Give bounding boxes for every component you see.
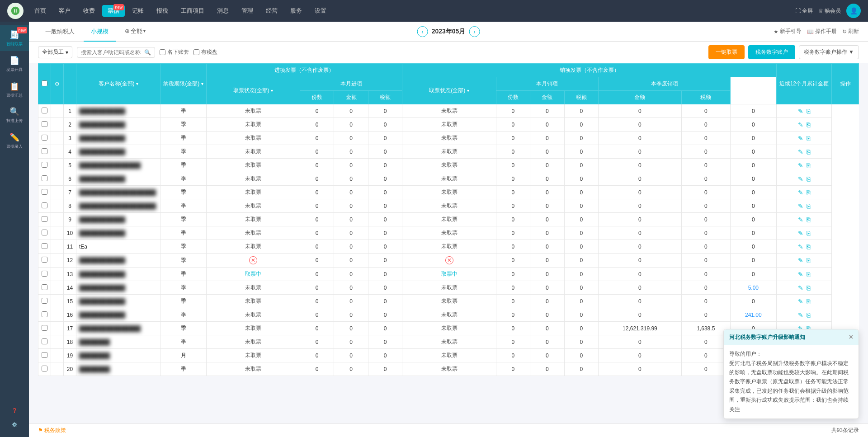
row-client-name[interactable]: ████████████: [76, 172, 160, 186]
row-client-name[interactable]: ████████████: [76, 308, 160, 322]
edit-action-icon[interactable]: ✎: [798, 162, 803, 169]
account-checkbox[interactable]: [160, 49, 165, 55]
row-checkbox[interactable]: [42, 311, 47, 317]
row-client-name[interactable]: ████████████: [76, 213, 160, 226]
tax-device-checkbox[interactable]: [193, 49, 199, 55]
row-client-name[interactable]: ████████████████████: [76, 186, 160, 199]
tab-all[interactable]: ⊕ 全能 ▾: [118, 22, 153, 42]
row-client-name[interactable]: tEa: [76, 240, 160, 254]
edit-action-icon[interactable]: ✎: [798, 311, 803, 319]
edit-action-icon[interactable]: ✎: [798, 121, 803, 128]
row-client-name[interactable]: ████████████████: [76, 322, 160, 335]
tax-policy-link[interactable]: ⚑ 税务政策: [38, 427, 66, 434]
row-client-name[interactable]: ████████████: [76, 104, 160, 118]
row-client-name[interactable]: ████████████: [76, 132, 160, 145]
row-client-name[interactable]: ████████████: [76, 145, 160, 159]
income-status-filter-icon[interactable]: ▾: [271, 88, 273, 93]
nav-operations[interactable]: 经营: [260, 5, 283, 17]
row-cumulative[interactable]: 5.00: [730, 281, 776, 295]
copy-action-icon[interactable]: ⎘: [807, 175, 810, 183]
row-client-name[interactable]: ████████: [76, 362, 160, 376]
row-client-name[interactable]: ████████████████████.: [76, 199, 160, 213]
sidebar-item-invoice-summary[interactable]: 📋 票据汇总: [0, 77, 29, 103]
row-checkbox[interactable]: [42, 243, 47, 249]
nav-client[interactable]: 客户: [53, 5, 76, 17]
row-checkbox[interactable]: [42, 189, 47, 195]
nav-messages[interactable]: 消息: [212, 5, 234, 17]
edit-action-icon[interactable]: ✎: [798, 243, 803, 250]
sidebar-item-open-invoice[interactable]: 📄 发票开具: [0, 51, 29, 77]
select-all-checkbox[interactable]: [42, 80, 47, 86]
nav-tax[interactable]: 报税: [151, 5, 174, 17]
row-client-name[interactable]: ████████████: [76, 118, 160, 132]
outcome-status-filter-icon[interactable]: ▾: [467, 88, 469, 93]
employee-select[interactable]: 全部员工 ▾: [38, 46, 72, 58]
edit-action-icon[interactable]: ✎: [798, 108, 803, 115]
tax-digital-account-action-button[interactable]: 税务数字账户操作 ▼: [799, 45, 859, 59]
sidebar-help[interactable]: ❓: [0, 404, 29, 418]
vip-button[interactable]: ♕ 畅会员: [818, 7, 841, 15]
row-client-name[interactable]: ████████████: [76, 281, 160, 295]
nav-management[interactable]: 管理: [236, 5, 259, 17]
edit-action-icon[interactable]: ✎: [798, 135, 803, 142]
edit-action-icon[interactable]: ✎: [798, 298, 803, 305]
row-checkbox[interactable]: [42, 257, 47, 263]
row-client-name[interactable]: ████████████████: [76, 159, 160, 172]
column-settings-icon[interactable]: ⚙: [55, 81, 60, 87]
edit-action-icon[interactable]: ✎: [798, 271, 803, 278]
client-search-input[interactable]: [81, 49, 144, 56]
copy-action-icon[interactable]: ⎘: [807, 243, 810, 250]
row-cumulative[interactable]: 241.00: [730, 308, 776, 322]
notification-close-button[interactable]: ×: [849, 333, 853, 341]
row-checkbox[interactable]: [42, 202, 47, 208]
row-checkbox[interactable]: [42, 108, 47, 113]
copy-action-icon[interactable]: ⎘: [807, 189, 810, 196]
sidebar-item-scan-upload[interactable]: 🔍 扫描上传: [0, 102, 29, 128]
copy-action-icon[interactable]: ⎘: [807, 311, 810, 319]
nav-home[interactable]: 首页: [29, 5, 52, 17]
row-client-name[interactable]: ████████████: [76, 268, 160, 281]
row-client-name[interactable]: ████████████: [76, 295, 160, 308]
refresh-button[interactable]: ↻ 刷新: [842, 28, 859, 35]
row-client-name[interactable]: ████████: [76, 335, 160, 349]
nav-business[interactable]: 工商项目: [175, 5, 210, 17]
row-checkbox[interactable]: [42, 325, 47, 331]
operation-manual-button[interactable]: 📖 操作手册: [807, 28, 837, 35]
edit-action-icon[interactable]: ✎: [798, 230, 803, 237]
row-checkbox[interactable]: [42, 216, 47, 222]
copy-action-icon[interactable]: ⎘: [807, 148, 810, 155]
nav-billing[interactable]: 收费: [78, 5, 100, 17]
new-guide-button[interactable]: ★ 新手引导: [774, 28, 802, 35]
copy-action-icon[interactable]: ⎘: [807, 162, 810, 169]
copy-action-icon[interactable]: ⎘: [807, 121, 810, 128]
row-checkbox[interactable]: [42, 121, 47, 127]
tab-general-taxpayer[interactable]: 一般纳税人: [38, 22, 82, 42]
nav-invoice[interactable]: 票据 new: [102, 5, 125, 17]
sidebar-item-smart-invoice[interactable]: 🧾 智能取票 new: [0, 25, 29, 51]
one-click-invoice-button[interactable]: 一键取票: [708, 45, 745, 59]
row-checkbox[interactable]: [42, 230, 47, 235]
sidebar-item-invoice-entry[interactable]: ✏️ 票据录入: [0, 128, 29, 154]
search-icon[interactable]: 🔍: [144, 49, 151, 56]
nav-settings[interactable]: 设置: [309, 5, 332, 17]
nav-accounting[interactable]: 记账: [127, 5, 149, 17]
period-filter-icon[interactable]: ▾: [201, 81, 203, 86]
tab-small-scale[interactable]: 小规模: [84, 22, 116, 42]
row-checkbox[interactable]: [42, 135, 47, 141]
row-checkbox[interactable]: [42, 284, 47, 290]
sidebar-settings[interactable]: ⚙️: [0, 418, 29, 432]
row-checkbox[interactable]: [42, 148, 47, 154]
row-checkbox[interactable]: [42, 175, 47, 181]
copy-action-icon[interactable]: ⎘: [807, 135, 810, 142]
edit-action-icon[interactable]: ✎: [798, 148, 803, 155]
edit-action-icon[interactable]: ✎: [798, 216, 803, 223]
row-client-name[interactable]: ████████: [76, 349, 160, 362]
edit-action-icon[interactable]: ✎: [798, 202, 803, 210]
copy-action-icon[interactable]: ⎘: [807, 284, 810, 291]
next-month-button[interactable]: ›: [469, 26, 480, 37]
row-checkbox[interactable]: [42, 366, 47, 371]
edit-action-icon[interactable]: ✎: [798, 257, 803, 264]
copy-action-icon[interactable]: ⎘: [807, 257, 810, 264]
row-checkbox[interactable]: [42, 162, 47, 168]
copy-action-icon[interactable]: ⎘: [807, 216, 810, 223]
